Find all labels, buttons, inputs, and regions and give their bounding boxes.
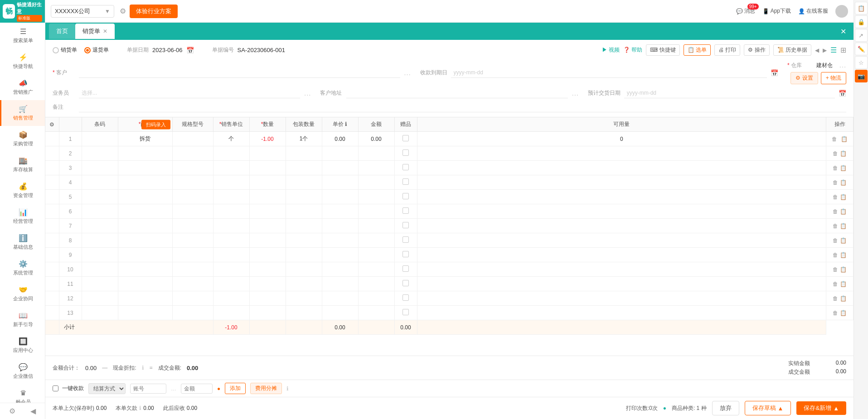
sidebar-collapse-icon[interactable]: ◀ <box>30 407 36 415</box>
gift-checkbox[interactable] <box>402 135 409 141</box>
copy-icon[interactable]: 📋 <box>840 208 847 215</box>
delete-icon[interactable]: 🗑 <box>833 266 838 273</box>
company-selector[interactable]: XXXXXX公司 ▼ <box>51 5 114 18</box>
sidebar-item-guide[interactable]: 📖 新手引导 <box>0 307 45 332</box>
trial-button[interactable]: 体验行业方案 <box>130 5 178 18</box>
delete-icon[interactable]: 🗑 <box>833 252 838 258</box>
staff-input[interactable] <box>79 88 300 98</box>
copy-icon[interactable]: 📋 <box>840 150 847 157</box>
delete-icon[interactable]: 🗑 <box>833 310 838 316</box>
right-btn-1[interactable]: 📋 <box>855 2 868 14</box>
delete-icon[interactable]: 🗑 <box>833 208 838 215</box>
debt-help-icon[interactable]: ℹ <box>139 405 141 411</box>
gift-checkbox[interactable] <box>402 251 409 257</box>
one-click-payment[interactable]: 一键收款 <box>53 385 84 392</box>
message-button[interactable]: 💬 消息 99+ <box>736 7 755 15</box>
right-btn-2[interactable]: 🔒 <box>855 15 868 28</box>
print-btn[interactable]: 🖨 打印 <box>714 44 740 56</box>
tab-sales-order[interactable]: 销货单 ✕ <box>75 24 115 39</box>
calendar-icon[interactable]: 📅 <box>186 47 194 54</box>
settings-gear-icon[interactable]: ⚙ <box>120 7 126 15</box>
gift-checkbox[interactable] <box>402 178 409 185</box>
draft-button[interactable]: 保存草稿 ▲ <box>745 401 791 415</box>
help-circle-icon[interactable]: ℹ <box>142 365 144 371</box>
delete-icon[interactable]: 🗑 <box>833 194 838 200</box>
sidebar-item-sales[interactable]: 🛒 销售管理 <box>0 100 45 126</box>
copy-icon[interactable]: 📋 <box>840 295 847 302</box>
copy-icon[interactable]: 📋 <box>840 237 847 244</box>
expense-help-icon[interactable]: ℹ <box>286 385 289 392</box>
sidebar-item-purchase[interactable]: 📦 采购管理 <box>0 126 45 152</box>
sidebar-item-finance[interactable]: 💰 资金管理 <box>0 178 45 203</box>
tab-close-icon[interactable]: ✕ <box>103 28 107 34</box>
amount-input[interactable] <box>181 384 213 394</box>
payment-method-select[interactable]: 结算方式 <box>88 383 126 394</box>
delete-icon[interactable]: 🗑 <box>833 179 838 186</box>
right-btn-5[interactable]: ☆ <box>855 56 868 69</box>
delete-icon[interactable]: 🗑 <box>833 281 838 287</box>
row-pkg[interactable]: 1个 <box>286 132 322 146</box>
gift-checkbox[interactable] <box>402 207 409 214</box>
scan-button[interactable]: 扫码录入 <box>141 120 170 129</box>
row-barcode[interactable] <box>82 132 118 146</box>
row-unit[interactable]: 个 <box>213 132 249 146</box>
row-qty[interactable]: -1.00 <box>249 132 286 146</box>
radio-sales-order[interactable]: 销货单 <box>53 46 77 54</box>
sidebar-item-member[interactable]: ♛ 畅会员 <box>0 384 45 403</box>
logistics-button[interactable]: + 物流 <box>821 72 846 84</box>
add-circle-icon[interactable]: ● <box>217 385 220 392</box>
gift-checkbox[interactable] <box>402 236 409 243</box>
user-avatar[interactable] <box>835 5 848 18</box>
customer-addr-input[interactable] <box>346 88 567 98</box>
row-product[interactable]: 拆货 <box>118 132 172 146</box>
sidebar-item-shortcut[interactable]: ⚡ 快捷导航 <box>0 48 45 74</box>
discard-button[interactable]: 放弃 <box>712 401 739 415</box>
shortcut-btn[interactable]: ⌨ 快捷键 <box>646 44 679 56</box>
sidebar-item-apps[interactable]: 🔲 应用中心 <box>0 332 45 358</box>
warehouse-dots-icon[interactable]: … <box>839 61 846 69</box>
video-link[interactable]: ▶ 视频 <box>602 46 620 54</box>
delete-icon[interactable]: 🗑 <box>832 136 837 142</box>
tab-home[interactable]: 首页 <box>49 24 75 39</box>
row-price[interactable]: 0.00 <box>322 132 358 146</box>
help-link[interactable]: ❓ 帮助 <box>623 46 642 54</box>
list-view-icon[interactable]: ☰ <box>830 46 837 54</box>
delete-icon[interactable]: 🗑 <box>833 165 838 171</box>
sidebar-item-basic[interactable]: ℹ️ 基础信息 <box>0 229 45 255</box>
copy-icon[interactable]: 📋 <box>840 266 847 273</box>
gift-checkbox[interactable] <box>402 193 409 199</box>
select-btn[interactable]: 📋 选单 <box>684 44 711 56</box>
delete-icon[interactable]: 🗑 <box>833 223 838 229</box>
copy-icon[interactable]: 📋 <box>841 136 848 142</box>
copy-icon[interactable]: 📋 <box>840 252 847 258</box>
save-new-chevron-icon[interactable]: ▲ <box>833 405 839 412</box>
dots-icon[interactable]: … <box>171 385 176 392</box>
row-gift[interactable] <box>394 132 417 146</box>
setting-button[interactable]: ⚙ 设置 <box>790 72 818 84</box>
addr-dots-icon[interactable]: … <box>572 89 579 97</box>
sidebar-item-wechat[interactable]: 💬 企业微信 <box>0 358 45 384</box>
expense-button[interactable]: 费用分摊 <box>250 383 282 394</box>
copy-icon[interactable]: 📋 <box>840 179 847 186</box>
sidebar-item-inventory[interactable]: 🏬 库存核算 <box>0 152 45 178</box>
radio-return-order[interactable]: 退货单 <box>84 46 109 54</box>
copy-icon[interactable]: 📋 <box>840 165 847 171</box>
sidebar-item-marketing[interactable]: 📣 营销推广 <box>0 74 45 100</box>
add-button[interactable]: 添加 <box>225 383 246 394</box>
delete-icon[interactable]: 🗑 <box>833 295 838 302</box>
online-service-button[interactable]: 👤 在线客服 <box>798 7 828 15</box>
sidebar-item-system[interactable]: ⚙️ 系统管理 <box>0 255 45 281</box>
row-amount[interactable]: 0.00 <box>358 132 394 146</box>
collection-date-input[interactable] <box>451 67 767 78</box>
delete-icon[interactable]: 🗑 <box>833 237 838 244</box>
app-download-button[interactable]: 📱 App下载 <box>762 7 791 15</box>
expected-date-input[interactable] <box>624 88 835 98</box>
copy-icon[interactable]: 📋 <box>840 223 847 229</box>
right-btn-3[interactable]: ↗ <box>855 29 868 42</box>
gift-checkbox[interactable] <box>402 294 409 301</box>
note-input[interactable] <box>79 102 846 112</box>
tabbar-close-icon[interactable]: ✕ <box>837 25 850 38</box>
gift-checkbox[interactable] <box>402 280 409 286</box>
operation-btn[interactable]: ⚙ 操作 <box>744 44 769 56</box>
expected-cal-icon[interactable]: 📅 <box>839 90 846 97</box>
